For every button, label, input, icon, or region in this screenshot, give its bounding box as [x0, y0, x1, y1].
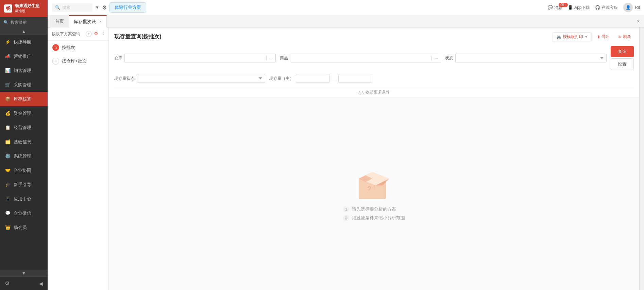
status-label: 状态	[445, 55, 453, 61]
add-schema-icon[interactable]: +	[86, 31, 92, 37]
stock-status-select[interactable]	[137, 74, 265, 83]
warehouse-text-input[interactable]	[125, 54, 266, 62]
export-btn[interactable]: ⬆ 导出	[594, 33, 613, 41]
sidebar-item-label: 企业协同	[14, 167, 31, 174]
collapse-more-btn[interactable]: ∧∧ 收起更多条件	[114, 87, 634, 97]
sidebar-item-label: 应用中心	[14, 196, 31, 202]
basic-icon: 🗂️	[5, 139, 11, 145]
schema-inactive-icon: ○	[52, 58, 59, 65]
product-input[interactable]: ···	[290, 54, 441, 62]
sidebar-item-marketing[interactable]: 📣 营销推广	[0, 49, 48, 64]
empty-illustration: ? !	[354, 167, 394, 201]
user-profile[interactable]: 👤 Rit	[623, 3, 640, 12]
stock-qty-to-input[interactable]	[338, 74, 372, 83]
warehouse-more-icon[interactable]: ···	[266, 56, 275, 60]
messages-btn[interactable]: 💬 消息 99+	[548, 5, 562, 11]
schema-settings-icon[interactable]: ⚙	[94, 31, 98, 37]
scroll-down-btn[interactable]: ▼	[0, 270, 48, 276]
schema-label: 按仓库+批次	[62, 58, 87, 64]
filter-row-2: 现存量状态 现存量（主） —	[114, 74, 634, 83]
tab-panel-close-icon[interactable]: ×	[637, 18, 640, 24]
refresh-btn[interactable]: ↻ 刷新	[615, 33, 634, 41]
print-icon: 🖨️	[556, 35, 561, 39]
tab-home[interactable]: 首页	[50, 15, 69, 28]
product-text-input[interactable]	[290, 54, 432, 62]
schema-item-by-warehouse-batch[interactable]: ○ 按仓库+批次	[48, 54, 108, 68]
sidebar-item-label: 系统管理	[14, 153, 31, 159]
print-btn[interactable]: 🖨️ 按模板打印 ▼	[553, 32, 592, 41]
query-btn[interactable]: 查询	[611, 46, 634, 57]
sidebar-item-finance[interactable]: 💰 资金管理	[0, 106, 48, 121]
sidebar-item-collab[interactable]: 🤝 企业协同	[0, 163, 48, 178]
settings-btn[interactable]: 设置	[611, 58, 634, 70]
product-more-icon[interactable]: ···	[431, 56, 441, 60]
status-select[interactable]	[455, 54, 607, 62]
hint-item-2: 2 用过滤条件来缩小分析范围	[343, 215, 405, 221]
print-dropdown-icon[interactable]: ▼	[584, 35, 588, 39]
scroll-up-btn[interactable]: ▲	[0, 28, 48, 35]
collapse-sidebar-icon[interactable]: ◀	[39, 281, 43, 286]
svg-text:?: ?	[367, 185, 371, 193]
empty-svg-icon: ? !	[354, 167, 394, 201]
stock-qty-from-input[interactable]	[296, 74, 330, 83]
sidebar-item-inventory[interactable]: 📦 库存核算	[0, 92, 48, 106]
sidebar-item-operation[interactable]: 📋 经营管理	[0, 121, 48, 135]
print-label: 按模板打印	[563, 34, 583, 40]
topbar-search-placeholder: 搜索	[62, 5, 70, 11]
sidebar-item-sales[interactable]: 📊 销售管理	[0, 64, 48, 78]
sidebar-footer: ⚙ ◀	[0, 276, 48, 290]
sidebar-item-wechat[interactable]: 💬 企业微信	[0, 206, 48, 220]
app-name: 畅康通好生意	[15, 3, 39, 9]
app-download-btn[interactable]: 📱 App下载	[568, 5, 590, 11]
sidebar-header: 畅 畅康通好生意 标准版	[0, 0, 48, 17]
sidebar-item-purchase[interactable]: 🛒 采购管理	[0, 78, 48, 92]
content: 按以下方案查询 + ⚙ 《 ⊙ 按批次 ○ 按仓库+批次 现存量查询(	[48, 28, 644, 290]
app-download-label: App下载	[574, 5, 590, 11]
empty-hints: 1 请先选择要分析的方案 2 用过滤条件来缩小分析范围	[343, 206, 405, 221]
warehouse-input[interactable]: ···	[124, 54, 276, 62]
member-icon: 👑	[5, 224, 11, 231]
inventory-icon: 📦	[5, 96, 11, 102]
svg-text:!: !	[374, 184, 375, 190]
stock-qty-filter-group: 现存量（主） —	[269, 74, 420, 83]
page-title: 现存量查询(按批次)	[114, 33, 162, 40]
system-icon: ⚙️	[5, 153, 11, 159]
right-scrollbar[interactable]	[639, 28, 644, 290]
sidebar-item-basic[interactable]: 🗂️ 基础信息	[0, 135, 48, 149]
query-area: 现存量查询(按批次) 🖨️ 按模板打印 ▼ ⬆ 导出 ↻	[109, 28, 639, 97]
industry-btn[interactable]: 体验行业方案	[109, 2, 146, 13]
left-panel-actions: + ⚙ 《	[86, 31, 104, 37]
hint-num-2: 2	[343, 215, 349, 221]
marketing-icon: 📣	[5, 53, 11, 59]
topbar-settings-icon[interactable]: ⚙	[102, 4, 107, 11]
collab-icon: 🤝	[5, 167, 11, 174]
schema-item-by-batch[interactable]: ⊙ 按批次	[48, 41, 108, 54]
collapse-left-icon[interactable]: 《	[100, 31, 104, 37]
sidebar-item-label: 营销推广	[14, 53, 31, 59]
status-filter-group: 状态	[445, 54, 607, 62]
query-title-actions: 🖨️ 按模板打印 ▼ ⬆ 导出 ↻ 刷新	[553, 32, 634, 41]
warehouse-label: 仓库	[114, 55, 122, 61]
sidebar-item-quick-nav[interactable]: ⚡ 快捷导航	[0, 35, 48, 49]
tab-inventory-batch[interactable]: 库存批次账 ×	[69, 15, 107, 28]
sidebar-item-newguide[interactable]: 🎓 新手引导	[0, 178, 48, 192]
topbar-search-box[interactable]: 🔍 搜索	[52, 3, 92, 12]
sidebar-item-system[interactable]: ⚙️ 系统管理	[0, 149, 48, 163]
topbar-dropdown[interactable]: ▼	[95, 5, 99, 10]
app-icon: 📱	[568, 5, 573, 10]
refresh-label: 刷新	[623, 34, 631, 40]
settings-icon[interactable]: ⚙	[5, 280, 10, 287]
operation-icon: 📋	[5, 125, 11, 131]
quick-nav-icon: ⚡	[5, 39, 11, 45]
sidebar: 畅 畅康通好生意 标准版 🔍 搜索菜单 ▲ ⚡ 快捷导航 📣 营销推广 📊 销售…	[0, 0, 48, 290]
online-service-btn[interactable]: 🎧 在线客服	[595, 5, 618, 11]
sidebar-item-label: 基础信息	[14, 139, 31, 145]
tab-home-label: 首页	[55, 18, 64, 24]
purchase-icon: 🛒	[5, 82, 11, 88]
sidebar-search[interactable]: 🔍 搜索菜单	[0, 17, 48, 28]
sidebar-item-member[interactable]: 👑 畅会员	[0, 220, 48, 235]
stock-qty-separator: —	[332, 76, 336, 81]
sidebar-item-label: 资金管理	[14, 110, 31, 116]
tab-close-icon[interactable]: ×	[99, 19, 102, 24]
sidebar-item-appcenter[interactable]: 📱 应用中心	[0, 192, 48, 206]
